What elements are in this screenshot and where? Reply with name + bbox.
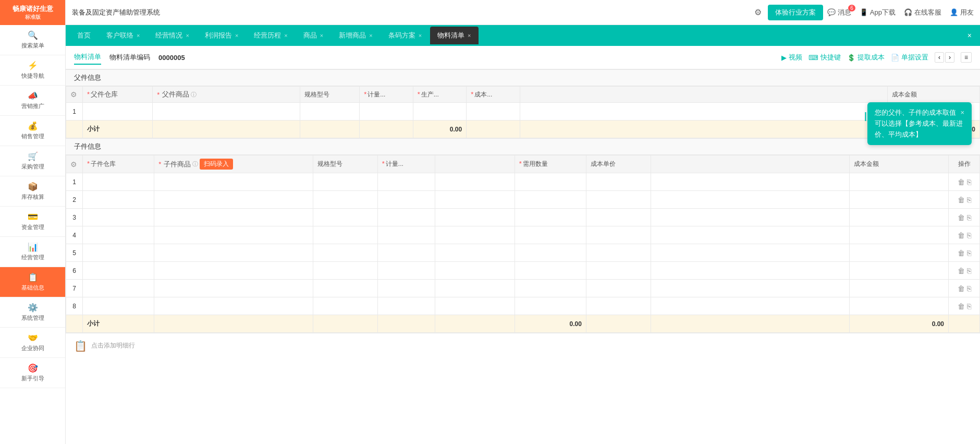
parent-row-1-goods[interactable] [153, 103, 300, 121]
sidebar-item-sales[interactable]: 💰 销售管理 [0, 116, 65, 146]
child-row-8-copy-icon[interactable]: ⎘ [967, 302, 971, 310]
list-view-btn[interactable]: ≡ [961, 52, 972, 63]
child-row-3-copy-icon[interactable]: ⎘ [967, 213, 971, 222]
parent-row-1-production[interactable] [413, 103, 466, 121]
child-row-8-unit[interactable] [377, 297, 435, 315]
sidebar-item-search[interactable]: 🔍 搜索菜单 [0, 25, 65, 55]
child-row-4-unit-cost[interactable] [586, 226, 651, 244]
child-row-2-delete-icon[interactable]: 🗑 [958, 196, 965, 204]
tooltip-close-btn[interactable]: × [960, 107, 964, 118]
child-row-3-unit[interactable] [377, 209, 435, 226]
child-row-3-unit-cost[interactable] [586, 209, 651, 226]
tab-home[interactable]: 首页 [70, 27, 98, 44]
parent-row-1-unit[interactable] [360, 103, 413, 121]
child-row-2-warehouse[interactable] [83, 191, 154, 209]
tab-new-goods-close[interactable]: × [369, 32, 372, 39]
child-goods-info-icon[interactable]: ⓘ [192, 160, 198, 168]
sidebar-item-system[interactable]: ⚙️ 系统管理 [0, 297, 65, 328]
tab-goods[interactable]: 商品 × [296, 27, 330, 44]
sidebar-item-quicknav[interactable]: ⚡ 快捷导航 [0, 55, 65, 86]
tab-operations-close[interactable]: × [186, 32, 189, 39]
sidebar-item-finance[interactable]: 💳 资金管理 [0, 207, 65, 237]
child-row-4-warehouse[interactable] [83, 226, 154, 244]
sidebar-item-basic[interactable]: 📋 基础信息 [0, 267, 65, 297]
shortcut-btn[interactable]: ⌨ 快捷键 [808, 53, 841, 62]
child-row-7-goods[interactable] [154, 280, 313, 297]
child-row-1-goods[interactable] [154, 173, 313, 191]
child-row-8-goods[interactable] [154, 297, 313, 315]
child-row-5-spec[interactable] [313, 244, 378, 262]
child-row-7-warehouse[interactable] [83, 280, 154, 297]
child-row-6-copy-icon[interactable]: ⎘ [967, 267, 971, 275]
child-row-5-unit-cost[interactable] [586, 244, 651, 262]
tab-goods-close[interactable]: × [320, 32, 323, 39]
child-row-4-unit[interactable] [377, 226, 435, 244]
tab-barcode-close[interactable]: × [419, 32, 422, 39]
single-setup-btn[interactable]: 📄 单据设置 [891, 53, 928, 62]
trial-button[interactable]: 体验行业方案 [768, 5, 823, 20]
child-row-6-unit[interactable] [377, 262, 435, 280]
child-row-3-warehouse[interactable] [83, 209, 154, 226]
user-item[interactable]: 👤 用友 [950, 8, 974, 17]
child-row-5-goods[interactable] [154, 244, 313, 262]
child-row-5-delete-icon[interactable]: 🗑 [958, 249, 965, 257]
tab-customer[interactable]: 客户联络 × [99, 27, 147, 44]
child-row-4-spec[interactable] [313, 226, 378, 244]
close-all-tabs[interactable]: × [963, 29, 976, 42]
settings-icon[interactable]: ⚙ [752, 5, 764, 19]
message-item[interactable]: 💬 消息 6 [827, 8, 851, 17]
child-row-3-needed-qty[interactable] [514, 209, 586, 226]
child-row-8-needed-qty[interactable] [514, 297, 586, 315]
parent-settings-icon[interactable]: ⚙ [70, 90, 77, 99]
child-row-8-warehouse[interactable] [83, 297, 154, 315]
child-row-3-spec[interactable] [313, 209, 378, 226]
tab-history-close[interactable]: × [284, 32, 287, 39]
view-video-btn[interactable]: ▶ 视频 [781, 53, 802, 62]
sidebar-item-collab[interactable]: 🤝 企业协同 [0, 328, 65, 358]
app-download-item[interactable]: 📱 App下载 [860, 8, 896, 17]
child-row-2-copy-icon[interactable]: ⎘ [967, 196, 971, 204]
child-row-6-spec[interactable] [313, 262, 378, 280]
parent-row-1-spec[interactable] [300, 103, 360, 121]
child-row-2-unit[interactable] [377, 191, 435, 209]
add-row-text[interactable]: 点击添加明细行 [91, 341, 135, 350]
child-row-8-spec[interactable] [313, 297, 378, 315]
tab-bom[interactable]: 物料清单 × [430, 27, 478, 44]
child-row-6-warehouse[interactable] [83, 262, 154, 280]
tab-profit-close[interactable]: × [235, 32, 238, 39]
add-row-icon[interactable]: 📋 [74, 340, 87, 352]
parent-row-1-warehouse[interactable] [83, 103, 153, 121]
child-row-7-spec[interactable] [313, 280, 378, 297]
sidebar-item-marketing[interactable]: 📣 营销推广 [0, 86, 65, 116]
child-row-5-warehouse[interactable] [83, 244, 154, 262]
online-support-item[interactable]: 🎧 在线客服 [904, 8, 941, 17]
parent-row-1-cost[interactable] [467, 103, 520, 121]
child-row-2-goods[interactable] [154, 191, 313, 209]
child-row-5-needed-qty[interactable] [514, 244, 586, 262]
child-row-7-delete-icon[interactable]: 🗑 [958, 284, 965, 293]
child-row-1-spec[interactable] [313, 173, 378, 191]
child-row-5-unit[interactable] [377, 244, 435, 262]
child-row-6-needed-qty[interactable] [514, 262, 586, 280]
child-row-6-unit-cost[interactable] [586, 262, 651, 280]
parent-goods-info-icon[interactable]: ⓘ [191, 91, 197, 99]
scan-input-btn[interactable]: 扫码录入 [200, 159, 233, 170]
child-row-1-copy-icon[interactable]: ⎘ [967, 178, 971, 186]
child-row-1-delete-icon[interactable]: 🗑 [958, 178, 965, 186]
child-row-2-spec[interactable] [313, 191, 378, 209]
tab-profit[interactable]: 利润报告 × [198, 27, 246, 44]
child-row-6-delete-icon[interactable]: 🗑 [958, 267, 965, 275]
tab-history[interactable]: 经营历程 × [247, 27, 295, 44]
next-arrow[interactable]: › [945, 52, 954, 63]
child-row-7-unit[interactable] [377, 280, 435, 297]
child-row-7-needed-qty[interactable] [514, 280, 586, 297]
child-row-4-copy-icon[interactable]: ⎘ [967, 231, 971, 239]
child-row-5-copy-icon[interactable]: ⎘ [967, 249, 971, 257]
child-row-3-delete-icon[interactable]: 🗑 [958, 213, 965, 222]
sidebar-item-inventory[interactable]: 📦 库存核算 [0, 176, 65, 207]
tab-customer-close[interactable]: × [137, 32, 140, 39]
child-row-6-goods[interactable] [154, 262, 313, 280]
child-row-8-unit-cost[interactable] [586, 297, 651, 315]
tab-new-goods[interactable]: 新增商品 × [332, 27, 379, 44]
child-row-3-goods[interactable] [154, 209, 313, 226]
